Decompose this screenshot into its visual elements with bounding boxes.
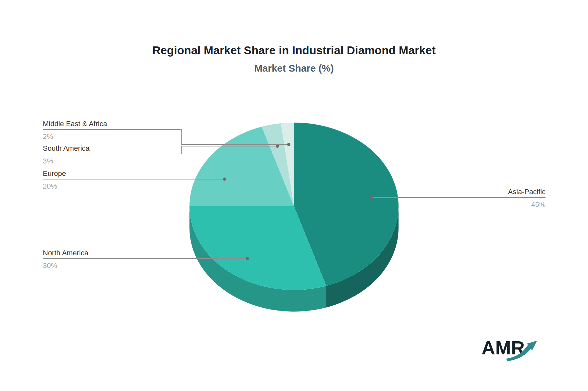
leader-dot-south-america — [276, 144, 279, 148]
slice-value-asia-pacific: 45% — [531, 200, 546, 209]
slice-label-europe: Europe — [43, 169, 66, 178]
slice-value-south-america: 3% — [43, 157, 53, 165]
chart-subtitle: Market Share (%) — [0, 63, 588, 74]
brand-logo: AMR — [470, 330, 549, 369]
slice-label-asia-pacific: Asia-Pacific — [508, 188, 546, 196]
slice-label-south-america: South America — [43, 144, 90, 152]
slice-value-middle-east-africa: 2% — [43, 132, 53, 141]
slice-label-middle-east-africa: Middle East & Africa — [43, 120, 107, 128]
slice-label-north-america: North America — [43, 249, 89, 257]
slice-value-north-america: 30% — [43, 262, 57, 270]
leader-dot-middle-east-africa — [287, 143, 290, 146]
leader-dot-asia-pacific — [370, 196, 373, 199]
chart-title: Regional Market Share in Industrial Diam… — [0, 44, 588, 57]
leader-dot-north-america — [246, 257, 249, 260]
leader-dot-europe — [223, 178, 226, 181]
page: { "chart": { "title": "Regional Market S… — [0, 0, 588, 391]
brand-logo-canvas: AMR — [470, 330, 549, 369]
slice-value-europe: 20% — [43, 182, 57, 190]
